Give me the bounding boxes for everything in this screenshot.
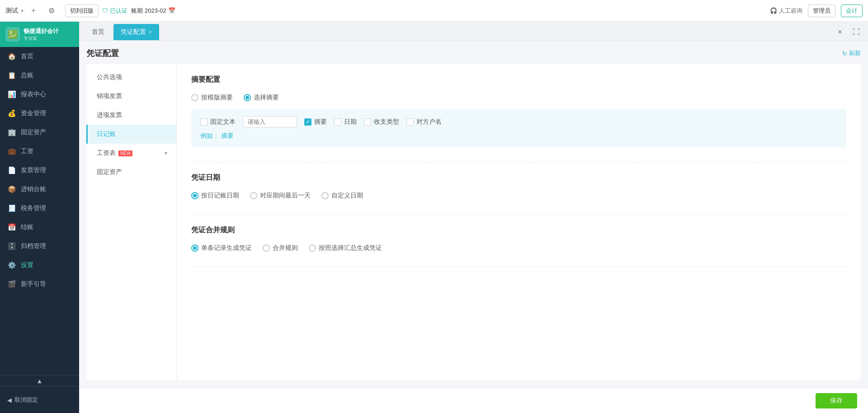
refresh-icon: ↻ <box>842 50 847 57</box>
nav-item-public[interactable]: 公共选项 <box>86 68 176 87</box>
support-button[interactable]: 🎧 人工咨询 <box>770 7 802 15</box>
sidebar-item-closing[interactable]: 📅 结账 <box>0 218 79 237</box>
sidebar-item-ledger[interactable]: 📋 总账 <box>0 66 79 85</box>
income-type-checkbox-option[interactable]: 收支类型 <box>364 118 399 126</box>
save-button[interactable]: 保存 <box>816 393 857 408</box>
sidebar-item-label: 总账 <box>21 71 33 80</box>
reports-icon: 📊 <box>7 90 16 99</box>
header-right: 🎧 人工咨询 管理员 会计 <box>770 5 863 17</box>
sidebar-item-label: 首页 <box>21 52 33 61</box>
nav-item-sales[interactable]: 销项发票 <box>86 87 176 106</box>
divider-3 <box>191 267 846 267</box>
calendar-icon[interactable]: 📅 <box>168 7 175 14</box>
nav-item-payroll-table[interactable]: 工资表 NEW ▾ <box>86 144 176 163</box>
sidebar-item-home[interactable]: 🏠 首页 <box>0 47 79 66</box>
period-value: 2023-02 <box>145 7 166 14</box>
sidebar-item-assets[interactable]: 🏢 固定资产 <box>0 123 79 142</box>
page-title: 凭证配置 <box>86 48 119 59</box>
select-summary-option[interactable]: 选择摘要 <box>244 94 279 102</box>
sidebar-item-archive[interactable]: 🗄️ 归档管理 <box>0 237 79 256</box>
sidebar-item-payroll[interactable]: 💼 工资 <box>0 142 79 161</box>
summary-checkbox-option[interactable]: ✓ 摘要 <box>304 118 327 126</box>
closing-icon: 📅 <box>7 223 16 231</box>
merge-rule-label: 合并规则 <box>273 244 298 252</box>
refresh-label: 刷新 <box>849 49 861 57</box>
shield-icon: 🛡 <box>102 7 108 14</box>
tab-bar: 首页 凭证配置 × × ⛶ <box>79 22 868 41</box>
sidebar-item-invoices[interactable]: 📄 发票管理 <box>0 161 79 180</box>
sidebar-scroll: 🏠 首页 📋 总账 📊 报表中心 💰 资金管理 🏢 固定资产 💼 工资 <box>0 47 79 375</box>
merge-rules-section: 凭证合并规则 单条记录生成凭证 合并规则 <box>191 225 846 252</box>
cancel-fixed-label: 取消固定 <box>14 396 38 404</box>
expand-icon[interactable]: ▾ <box>165 150 167 156</box>
config-nav: 公共选项 销项发票 进项发票 日记账 工资表 NEW <box>86 64 177 380</box>
summary-checkbox-label: 摘要 <box>314 118 327 126</box>
accountant-button[interactable]: 会计 <box>841 5 863 17</box>
last-day-radio <box>250 192 257 199</box>
select-merge-radio <box>309 244 316 252</box>
certified-status: 🛡 已认证 <box>102 7 127 15</box>
sidebar-bottom: ◀ 取消固定 <box>0 386 79 413</box>
single-radio <box>191 244 198 252</box>
top-header: 测试 ▾ ＋ ⚙ 切到旧版 🛡 已认证 账期 2023-02 📅 🎧 人工咨询 … <box>0 0 868 22</box>
tab-expand-button[interactable]: ⛶ <box>850 26 863 38</box>
fixed-text-input[interactable] <box>243 116 297 127</box>
sidebar-item-label: 发票管理 <box>21 166 46 174</box>
workspace-dropdown-icon[interactable]: ▾ <box>21 8 24 14</box>
nav-item-fixed-assets[interactable]: 固定资产 <box>86 163 176 182</box>
settings-icon-button[interactable]: ⚙ <box>45 5 58 17</box>
pin-icon: ◀ <box>7 397 12 404</box>
template-summary-option[interactable]: 按模版摘要 <box>191 94 233 102</box>
single-record-option[interactable]: 单条记录生成凭证 <box>191 244 252 252</box>
purchases-icon: 📦 <box>7 185 16 193</box>
date-checkbox-option[interactable]: 日期 <box>334 118 357 126</box>
archive-icon: 🗄️ <box>7 242 16 250</box>
journal-date-option[interactable]: 按日记账日期 <box>191 192 239 200</box>
tab-home[interactable]: 首页 <box>85 24 112 40</box>
page-content: 凭证配置 ↻ 刷新 公共选项 销项发票 进项发票 <box>79 41 868 388</box>
period-info: 账期 2023-02 📅 <box>131 7 175 15</box>
sidebar-item-label: 设置 <box>21 261 33 269</box>
sidebar-item-guide[interactable]: 🎬 新手引导 <box>0 275 79 294</box>
merge-rule-option[interactable]: 合并规则 <box>263 244 298 252</box>
counterparty-label: 对方户名 <box>416 118 442 126</box>
sidebar-item-label: 新手引导 <box>21 280 46 288</box>
tab-close-icon[interactable]: × <box>149 29 152 35</box>
select-merge-option[interactable]: 按照选择汇总生成凭证 <box>309 244 382 252</box>
summary-radio-group: 按模版摘要 选择摘要 <box>191 94 846 102</box>
admin-button[interactable]: 管理员 <box>808 5 835 17</box>
cancel-fixed-button[interactable]: ◀ 取消固定 <box>0 391 79 408</box>
old-version-button[interactable]: 切到旧版 <box>65 5 99 17</box>
workspace-selector[interactable]: 测试 ▾ <box>5 7 24 15</box>
sidebar-item-label: 归档管理 <box>21 242 46 250</box>
add-button[interactable]: ＋ <box>27 5 40 17</box>
last-day-label: 对应期间最后一天 <box>260 192 311 200</box>
voucher-date-radio-group: 按日记账日期 对应期间最后一天 自定义日期 <box>191 192 846 200</box>
main-container: 💹 畅捷通好会计 专业版 🏠 首页 📋 总账 📊 报表中心 💰 资金管理 <box>0 22 868 413</box>
sidebar-item-tax[interactable]: 🧾 税务管理 <box>0 199 79 218</box>
nav-item-journal[interactable]: 日记账 <box>86 125 176 144</box>
last-day-option[interactable]: 对应期间最后一天 <box>250 192 311 200</box>
headset-icon: 🎧 <box>770 7 777 14</box>
summary-section-title: 摘要配置 <box>191 75 846 84</box>
content-area: 首页 凭证配置 × × ⛶ 凭证配置 ↻ 刷新 <box>79 22 868 413</box>
tab-voucher-config[interactable]: 凭证配置 × <box>113 24 159 40</box>
tab-close-button[interactable]: × <box>834 26 846 38</box>
example-prefix: 例如： <box>200 132 219 139</box>
workspace-name: 测试 <box>5 7 18 15</box>
sidebar-item-reports[interactable]: 📊 报表中心 <box>0 85 79 104</box>
custom-date-option[interactable]: 自定义日期 <box>321 192 363 200</box>
payroll-icon: 💼 <box>7 147 16 155</box>
counterparty-checkbox-option[interactable]: 对方户名 <box>406 118 442 126</box>
funds-icon: 💰 <box>7 109 16 117</box>
income-type-checkbox <box>364 118 371 126</box>
nav-item-purchase[interactable]: 进项发票 <box>86 106 176 125</box>
sidebar-item-funds[interactable]: 💰 资金管理 <box>0 104 79 123</box>
refresh-button[interactable]: ↻ 刷新 <box>842 49 861 57</box>
sidebar-item-settings[interactable]: ⚙️ 设置 <box>0 256 79 275</box>
guide-icon: 🎬 <box>7 280 16 288</box>
fixed-text-option[interactable]: 固定文本 <box>200 118 236 126</box>
template-summary-label: 按模版摘要 <box>201 94 233 102</box>
sidebar-item-purchases[interactable]: 📦 进销台账 <box>0 180 79 199</box>
sidebar-scroll-up[interactable]: ▲ <box>0 375 79 386</box>
